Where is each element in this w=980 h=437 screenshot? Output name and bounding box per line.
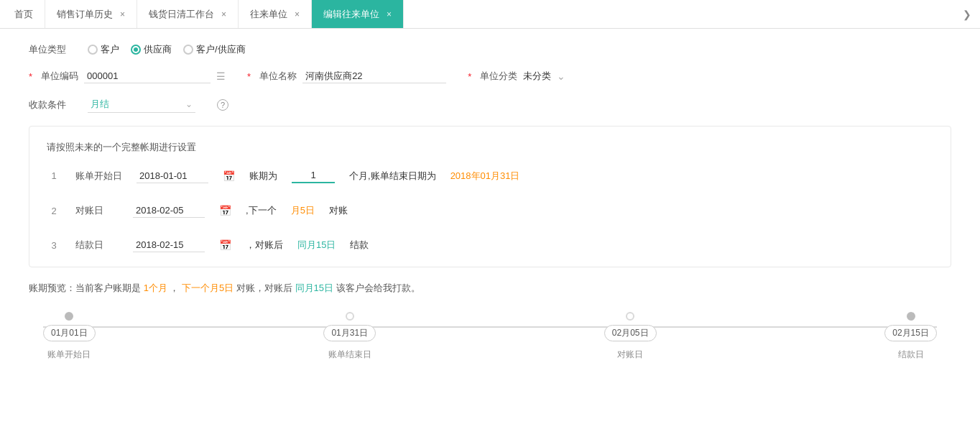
payment-row: 收款条件 月结 ⌄ ? (29, 96, 951, 113)
preview-text: 账期预览：当前客户账期是 1个月 ， 下一个月5日 对账，对账后 同月15日 该… (29, 279, 951, 298)
unit-type-label: 单位类型 (29, 43, 66, 56)
row2-desc-suffix: 对账 (329, 204, 348, 217)
tl-badge-3: 02月15日 (884, 325, 937, 341)
radio-supplier-circle (131, 45, 141, 55)
radio-both-label: 客户/供应商 (196, 43, 246, 56)
radio-both-circle (183, 45, 193, 55)
row2-date-input[interactable] (133, 203, 205, 218)
row1-date-input[interactable] (137, 169, 208, 183)
unit-name-label: 单位名称 (259, 70, 297, 83)
row2-calendar-icon[interactable]: 📅 (219, 205, 231, 216)
unit-code-group: * 单位编码 ☰ (29, 69, 226, 83)
row1-end-date: 2018年01月31日 (450, 170, 520, 183)
row2-desc-prefix: ,下一个 (246, 204, 277, 217)
unit-name-required: * (247, 71, 251, 82)
tab-partners-close-icon[interactable]: × (295, 9, 300, 19)
row-billing-start: 1 账单开始日 📅 账期为 个月,账单结束日期为 2018年01月31日 (47, 168, 933, 183)
row3-desc-prefix: ，对账后 (246, 239, 283, 252)
tab-cash-work[interactable]: 钱货日清工作台 × (137, 0, 239, 28)
section-title: 请按照未来的一个完整帐期进行设置 (47, 141, 933, 154)
tl-dot-3 (907, 312, 915, 321)
tab-cash-close-icon[interactable]: × (221, 9, 226, 19)
payment-dropdown-arrow-icon: ⌄ (185, 99, 193, 109)
unit-name-group: * 单位名称 (247, 69, 446, 83)
preview-part3: 同月15日 (295, 282, 333, 293)
row2-num: 2 (47, 206, 61, 216)
row3-date-input[interactable] (133, 238, 205, 252)
unit-class-arrow-icon[interactable]: ⌄ (557, 70, 565, 82)
tl-dot-2 (626, 312, 634, 321)
tab-home-label: 首页 (14, 8, 33, 21)
tl-dot-1 (346, 312, 354, 321)
row1-desc-prefix: 账期为 (249, 170, 277, 183)
preview-label: 账期预览：当前客户账期是 (29, 282, 141, 293)
radio-customer[interactable]: 客户 (88, 43, 119, 56)
radio-both[interactable]: 客户/供应商 (183, 43, 246, 56)
timeline-point-1: 01月31日 账单结束日 (323, 312, 376, 361)
settings-section: 请按照未来的一个完整帐期进行设置 1 账单开始日 📅 账期为 个月,账单结束日期… (29, 126, 951, 267)
tab-home[interactable]: 首页 (0, 0, 45, 28)
timeline-point-2: 02月05日 对账日 (604, 312, 657, 361)
row1-label: 账单开始日 (75, 170, 122, 183)
unit-name-input[interactable] (302, 69, 446, 83)
help-question-mark: ? (221, 101, 225, 109)
tl-label-2: 对账日 (617, 349, 643, 361)
tab-edit-close-icon[interactable]: × (387, 9, 392, 19)
period-input[interactable] (292, 168, 335, 183)
row3-calendar-icon[interactable]: 📅 (219, 239, 231, 251)
radio-customer-circle (88, 45, 98, 55)
unit-code-required: * (29, 71, 32, 82)
row3-label: 结款日 (75, 239, 119, 252)
timeline-points: 01月01日 账单开始日 01月31日 账单结束日 02月05日 对账日 02月… (43, 312, 937, 361)
tl-label-3: 结款日 (898, 349, 924, 361)
tl-badge-1: 01月31日 (323, 325, 376, 341)
unit-details-row: * 单位编码 ☰ * 单位名称 * 单位分类 未分类 ⌄ (29, 69, 951, 83)
tl-badge-2: 02月05日 (604, 325, 657, 341)
unit-class-label: 单位分类 (480, 70, 517, 83)
row2-label: 对账日 (75, 204, 119, 217)
row-reconcile: 2 对账日 📅 ,下一个 月5日 对账 (47, 203, 933, 218)
tl-badge-0: 01月01日 (43, 325, 96, 341)
timeline: 01月01日 账单开始日 01月31日 账单结束日 02月05日 对账日 02月… (29, 315, 951, 358)
row3-desc-suffix: 结款 (350, 239, 369, 252)
row1-num: 1 (47, 170, 61, 181)
payment-label: 收款条件 (29, 98, 66, 111)
preview-part2: 下一个月5日 (182, 282, 234, 293)
tab-edit-partners[interactable]: 编辑往来单位 × (312, 0, 404, 28)
tab-more-arrow[interactable]: ❯ (954, 0, 980, 28)
tab-sales-label: 销售订单历史 (57, 8, 113, 21)
tab-sales-close-icon[interactable]: × (120, 9, 125, 19)
row1-desc-suffix: 个月,账单结束日期为 (349, 170, 436, 183)
unit-code-input[interactable] (84, 69, 211, 83)
tab-partners[interactable]: 往来单位 × (239, 0, 312, 28)
tl-label-1: 账单结束日 (328, 349, 371, 361)
tab-partners-label: 往来单位 (250, 8, 287, 21)
payment-help-icon[interactable]: ? (217, 99, 228, 111)
preview-text2: 对账，对账后 (236, 282, 295, 293)
payment-value: 月结 (91, 98, 109, 111)
timeline-point-0: 01月01日 账单开始日 (43, 312, 96, 361)
unit-class-group: * 单位分类 未分类 ⌄ (468, 70, 565, 83)
radio-supplier-dot (134, 47, 138, 52)
copy-icon[interactable]: ☰ (216, 70, 226, 82)
unit-class-value: 未分类 (523, 70, 551, 83)
settings-rows: 1 账单开始日 📅 账期为 个月,账单结束日期为 2018年01月31日 2 对… (47, 168, 933, 252)
row3-num: 3 (47, 240, 61, 251)
tab-sales-order-history[interactable]: 销售订单历史 × (45, 0, 137, 28)
row-payment-date: 3 结款日 📅 ，对账后 同月15日 结款 (47, 238, 933, 252)
tl-label-0: 账单开始日 (47, 349, 91, 361)
main-content: 单位类型 客户 供应商 客户/供应商 * 单位编码 ☰ (0, 29, 980, 437)
unit-type-radio-group: 客户 供应商 客户/供应商 (88, 43, 246, 56)
preview-part1: 1个月 (144, 282, 167, 293)
row2-highlight: 月5日 (291, 204, 315, 217)
unit-code-label: 单位编码 (41, 70, 78, 83)
radio-supplier[interactable]: 供应商 (131, 43, 172, 56)
preview-text3: 该客户会给我打款。 (336, 282, 420, 293)
timeline-point-3: 02月15日 结款日 (884, 312, 937, 361)
payment-dropdown[interactable]: 月结 ⌄ (88, 96, 195, 113)
row1-calendar-icon[interactable]: 📅 (223, 170, 235, 182)
tab-cash-label: 钱货日清工作台 (149, 8, 214, 21)
chevron-right-icon: ❯ (963, 9, 971, 20)
unit-class-required: * (468, 71, 471, 82)
row3-highlight: 同月15日 (297, 239, 336, 252)
